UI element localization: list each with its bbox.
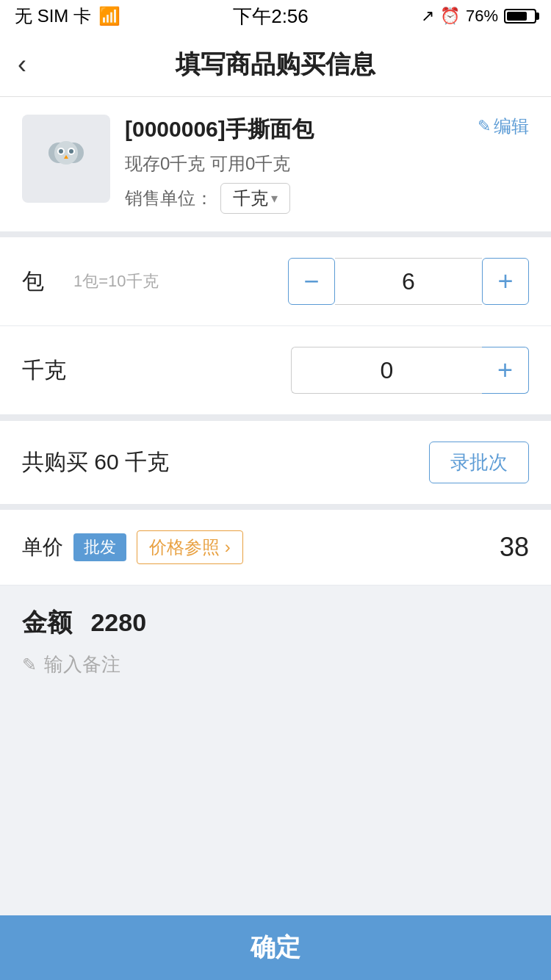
- unit-bao-hint: 1包=10千克: [73, 270, 288, 292]
- quantity-row-bao: 包 1包=10千克 − +: [0, 237, 551, 326]
- unit-select[interactable]: 千克 ▾: [220, 183, 290, 214]
- quantity-input-kg[interactable]: [291, 347, 482, 394]
- price-ref-button[interactable]: 价格参照 ›: [137, 530, 243, 564]
- quantity-controls-kg: +: [291, 347, 529, 394]
- amount-label: 金额: [22, 608, 72, 636]
- alarm-icon: ⏰: [440, 7, 460, 26]
- quantity-section: 包 1包=10千克 − + 千克 +: [0, 237, 551, 415]
- quantity-row-kg: 千克 +: [0, 326, 551, 415]
- price-label: 单价: [22, 533, 63, 561]
- amount-value: 2280: [90, 608, 146, 636]
- wifi-icon: 📶: [98, 6, 120, 26]
- price-section: 单价 批发 价格参照 › 38: [0, 510, 551, 586]
- svg-point-6: [69, 149, 73, 154]
- edit-note-icon: ✎: [22, 655, 37, 675]
- product-stock: 现存0千克 可用0千克: [125, 152, 529, 176]
- back-button[interactable]: ‹: [18, 49, 26, 80]
- no-sim-label: 无 SIM 卡: [15, 4, 91, 28]
- confirm-button[interactable]: 确定: [251, 931, 300, 965]
- product-image: [22, 115, 110, 203]
- battery-percent: 76%: [466, 7, 498, 26]
- product-card: [0000006]手撕面包 现存0千克 可用0千克 销售单位： 千克 ▾ ✎ 编…: [0, 97, 551, 237]
- svg-point-5: [59, 149, 63, 154]
- product-info: [0000006]手撕面包 现存0千克 可用0千克 销售单位： 千克 ▾: [125, 115, 529, 214]
- unit-label: 销售单位：: [125, 187, 213, 210]
- summary-text: 共购买 60 千克: [22, 447, 169, 478]
- quantity-input-bao[interactable]: [335, 258, 482, 305]
- status-time: 下午2:56: [233, 4, 309, 29]
- minus-button-bao[interactable]: −: [288, 258, 335, 305]
- note-placeholder: 输入备注: [44, 652, 120, 677]
- status-bar: 无 SIM 卡 📶 下午2:56 ↗ ⏰ 76%: [0, 0, 551, 32]
- header: ‹ 填写商品购买信息: [0, 32, 551, 97]
- battery-icon: [504, 9, 536, 24]
- plus-button-kg[interactable]: +: [482, 347, 529, 394]
- status-left: 无 SIM 卡 📶: [15, 4, 120, 28]
- product-unit-row: 销售单位： 千克 ▾: [125, 183, 529, 214]
- batch-button[interactable]: 录批次: [429, 442, 529, 483]
- unit-kg-label: 千克: [22, 356, 66, 386]
- summary-row: 共购买 60 千克 录批次: [0, 415, 551, 510]
- product-name: [0000006]手撕面包: [125, 115, 529, 145]
- unit-bao-label: 包: [22, 267, 66, 297]
- status-right: ↗ ⏰ 76%: [421, 7, 536, 26]
- location-icon: ↗: [421, 7, 434, 26]
- note-row[interactable]: ✎ 输入备注: [22, 652, 529, 677]
- edit-button[interactable]: ✎ 编辑: [478, 115, 529, 138]
- footer[interactable]: 确定: [0, 915, 551, 980]
- amount-row: 金额 2280: [22, 606, 529, 640]
- price-type-badge: 批发: [73, 533, 126, 561]
- quantity-controls-bao: − +: [288, 258, 529, 305]
- plus-button-bao[interactable]: +: [482, 258, 529, 305]
- page-title: 填写商品购买信息: [176, 48, 375, 82]
- price-value: 38: [500, 532, 529, 563]
- amount-section: 金额 2280 ✎ 输入备注: [0, 586, 551, 692]
